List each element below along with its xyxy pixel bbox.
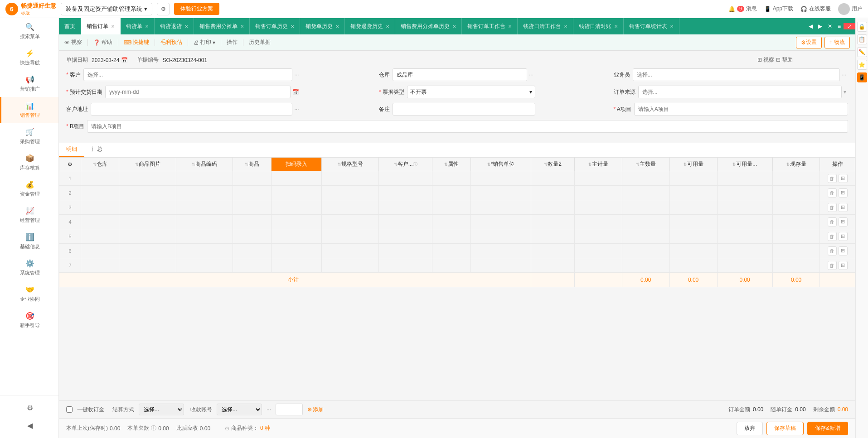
th-main_qty[interactable]: ⇅主数量 [622,158,669,171]
address-more-btn[interactable]: ··· [292,106,301,112]
row-delete-2[interactable]: 🗑 [828,188,837,197]
sidebar-item-资金管理[interactable]: 💰资金管理 [0,176,58,202]
th-customer_code[interactable]: ⇅客户...ⓘ [378,158,432,171]
warehouse-more-btn[interactable]: ··· [527,72,535,78]
tab-detail[interactable]: 明细 [59,143,84,157]
tab-close-icon-8[interactable]: ✕ [452,24,456,29]
row-copy-6[interactable]: ⊞ [839,246,848,255]
customer-more-btn[interactable]: ··· [292,72,301,78]
th-available2[interactable]: ⇅可用量... [717,158,772,171]
row-delete-6[interactable]: 🗑 [828,246,837,255]
th-image[interactable]: ⇅商品图片 [119,158,176,171]
toolbar-shortcut[interactable]: ⌨ 快捷键 [124,39,149,46]
tab-menu-button[interactable]: ≡ [835,23,844,29]
tab-8[interactable]: 销售费用分摊单历史✕ [395,18,462,34]
calendar-icon[interactable]: 📅 [121,57,128,63]
row-copy-2[interactable]: ⊞ [839,188,848,197]
payment-method-select[interactable]: 选择... [139,404,184,415]
save-new-button[interactable]: 保存&新增 [807,422,848,435]
app-download-button[interactable]: 📱 App下载 [764,5,793,13]
add-payment-button[interactable]: ⊕ 添加 [307,406,324,414]
tab-6[interactable]: 销货单历史✕ [300,18,345,34]
row-copy-7[interactable]: ⊞ [839,261,848,270]
sidebar-item-经营管理[interactable]: 📈经营管理 [0,202,58,228]
save-draft-button[interactable]: 保存草稿 [766,422,804,435]
toolbar-print[interactable]: 🖨 打印 ▾ [194,39,215,46]
tab-close-icon-2[interactable]: ✕ [145,24,149,29]
tab-next-button[interactable]: ▶ [815,23,825,29]
system-settings-button[interactable]: ⚙ [157,3,170,15]
row-delete-5[interactable]: 🗑 [828,232,837,241]
tab-close-icon-4[interactable]: ✕ [240,24,244,29]
sidebar-item-新手引导[interactable]: 🎯新手引导 [0,307,58,333]
address-input[interactable] [91,103,292,116]
table-settings-icon[interactable]: ⚙ [68,161,73,168]
row-copy-5[interactable]: ⊞ [839,232,848,241]
tab-0[interactable]: 首页 [59,18,81,34]
tab-close-button[interactable]: ✕ [825,23,835,29]
sidebar-item-快捷导航[interactable]: ⚡快捷导航 [0,44,58,71]
system-name-dropdown[interactable]: 装备及固定资产辅助管理系统 ▾ [61,3,152,15]
tab-9[interactable]: 销售订单工作台✕ [462,18,518,34]
tab-12[interactable]: 销售订单统计表✕ [624,18,679,34]
tab-expand-button[interactable]: ⤢ [844,23,855,29]
tab-close-icon-5[interactable]: ✕ [291,24,294,29]
tab-close-icon-3[interactable]: ✕ [184,24,188,29]
th-product[interactable]: ⇅商品 [233,158,271,171]
one-click-checkbox[interactable] [66,406,73,413]
th-code[interactable]: ⇅商品编码 [176,158,233,171]
tab-close-icon-11[interactable]: ✕ [614,24,618,29]
sidebar-item-collapse[interactable]: ◀ [0,417,58,434]
account-select[interactable]: 选择... [217,404,262,415]
tab-prev-button[interactable]: ◀ [806,23,815,29]
th-spec[interactable]: ⇅规格型号 [322,158,379,171]
tab-close-icon-10[interactable]: ✕ [564,24,567,29]
tab-close-icon-9[interactable]: ✕ [508,24,512,29]
tab-3[interactable]: 销货退货✕ [155,18,194,34]
th-main_unit[interactable]: ⇅主计量 [574,158,622,171]
delivery-date-input[interactable] [105,86,290,98]
toolbar-profit[interactable]: 毛利预估 [160,39,182,46]
customer-input[interactable] [83,68,292,81]
toolbar-operation[interactable]: 操作 [227,39,238,46]
a-project-input[interactable] [634,103,848,116]
tab-close-icon-6[interactable]: ✕ [335,24,339,29]
calendar-icon2[interactable]: 📅 [291,89,301,95]
invoice-type-select[interactable]: 不开票 ▾ [407,86,535,98]
tab-4[interactable]: 销售费用分摊单✕ [194,18,250,34]
industry-btn[interactable]: 体验行业方案 [174,3,219,15]
toolbar-view[interactable]: 👁 视察 [64,39,82,46]
staff-input[interactable] [633,68,840,81]
th-qty2[interactable]: ⇅数量2 [531,158,575,171]
tab-close-icon-1[interactable]: ✕ [111,24,115,29]
right-panel-btn3[interactable]: ✏️ [857,47,867,57]
th-warehouse[interactable]: ⇅仓库 [81,158,119,171]
toolbar-material-button[interactable]: + 物流 [824,37,850,48]
th-stock[interactable]: ⇅现存量 [772,158,820,171]
order-source-dropdown[interactable]: ▾ [842,89,848,95]
tab-5[interactable]: 销售订单历史✕ [250,18,300,34]
th-attr[interactable]: ⇅属性 [432,158,470,171]
row-delete-1[interactable]: 🗑 [828,174,837,183]
sidebar-item-企业协同[interactable]: 🤝企业协同 [0,281,58,307]
view-btn[interactable]: ⊞ 视察 ⊟ 帮助 [757,56,793,64]
sidebar-item-销售管理[interactable]: 📊销售管理 [0,97,58,123]
toolbar-help[interactable]: ❓ 帮助 [93,39,112,46]
row-copy-3[interactable]: ⊞ [839,203,848,212]
th-available[interactable]: ⇅可用量 [669,158,717,171]
right-panel-btn2[interactable]: 📋 [857,34,867,44]
sidebar-item-基础信息[interactable]: ℹ️基础信息 [0,228,58,255]
sidebar-item-系统管理[interactable]: ⚙️系统管理 [0,255,58,281]
tab-close-icon-7[interactable]: ✕ [386,24,389,29]
row-copy-1[interactable]: ⊞ [839,174,848,183]
toolbar-settings-button[interactable]: ⚙ 设置 [796,37,822,48]
right-panel-btn1[interactable]: 🔒 [857,22,867,32]
row-delete-4[interactable]: 🗑 [828,217,837,226]
sidebar-item-库存核算[interactable]: 📦库存核算 [0,149,58,176]
row-delete-3[interactable]: 🗑 [828,203,837,212]
message-button[interactable]: 🔔 9 消息 [728,5,757,13]
account-more-btn[interactable]: ··· [267,406,271,413]
online-service-button[interactable]: 🎧 在线客服 [800,5,831,13]
sidebar-item-settings[interactable]: ⚙ [0,399,58,417]
b-project-input[interactable] [87,120,848,133]
